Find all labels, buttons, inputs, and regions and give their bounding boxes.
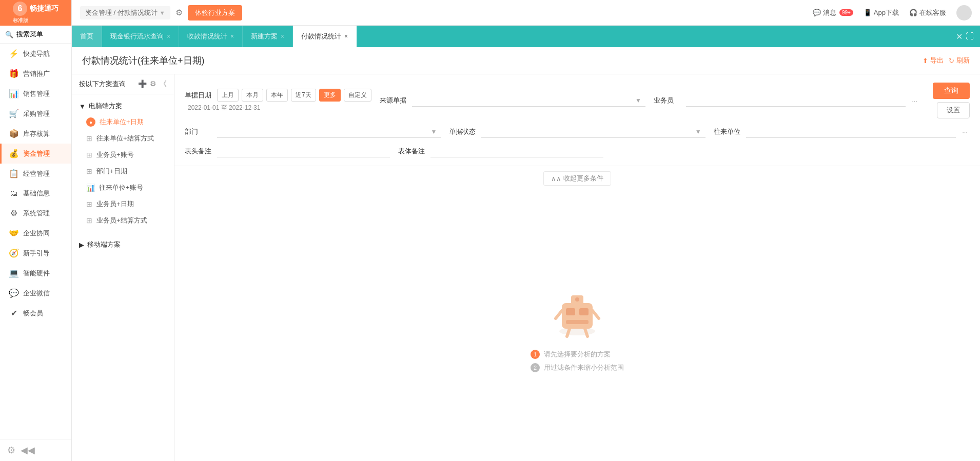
sidebar-item-inventory[interactable]: 📦 库存核算 <box>0 124 71 144</box>
empty-state: 1 请先选择要分析的方案 2 用过滤条件来缩小分析范围 <box>174 191 980 461</box>
scheme-item-staff-account[interactable]: ⊞ 业务员+账号 <box>72 147 174 163</box>
empty-illustration <box>546 280 608 342</box>
tab-home[interactable]: 首页 <box>72 26 102 47</box>
mobile-group-arrow: ▶ <box>79 241 84 249</box>
date-btn-custom[interactable]: 自定义 <box>344 89 371 102</box>
header-gear-icon[interactable]: ⚙ <box>175 8 183 17</box>
collapse-btn[interactable]: ∧∧ 收起更多条件 <box>543 171 611 186</box>
empty-tip-1: 1 请先选择要分析的方案 <box>531 350 624 359</box>
staff-input[interactable] <box>686 96 906 104</box>
sidebar-item-purchase[interactable]: 🛒 采购管理 <box>0 104 71 124</box>
base-icon: 🗂 <box>9 189 19 198</box>
sales-icon: 📊 <box>9 89 19 98</box>
sidebar-item-capital[interactable]: 💰 资金管理 <box>0 144 71 164</box>
header-note-input[interactable] <box>217 147 390 155</box>
sidebar-item-guide[interactable]: 🧭 新手引导 <box>0 243 71 263</box>
sidebar-item-wechat[interactable]: 💬 企业微信 <box>0 283 71 303</box>
app-download-label: App下载 <box>874 8 899 17</box>
filter-unit-item: 往来单位 ··· <box>714 126 970 138</box>
enterprise-icon: 🤝 <box>9 228 19 238</box>
source-label: 来源单据 <box>380 96 408 105</box>
scheme-item-unit-account[interactable]: 📊 往来单位+账号 <box>72 179 174 196</box>
scheme-item-unit-settle[interactable]: ⊞ 往来单位+结算方式 <box>72 130 174 147</box>
body-note-input[interactable] <box>430 147 603 155</box>
desktop-group-title[interactable]: ▼ 电脑端方案 <box>72 98 174 114</box>
sidebar-search[interactable]: 🔍 搜索菜单 <box>0 26 71 44</box>
filter-staff-item: 业务员 ··· <box>654 94 919 107</box>
date-btn-this-month[interactable]: 本月 <box>242 89 263 102</box>
date-btn-more[interactable]: 更多 <box>319 89 341 102</box>
sidebar-item-label: 智能硬件 <box>23 269 50 278</box>
date-btn-7days[interactable]: 近7天 <box>291 89 316 102</box>
unit-input[interactable] <box>746 128 956 135</box>
sidebar-item-vip[interactable]: ✔ 畅会员 <box>0 303 71 323</box>
tab-new-plan[interactable]: 新建方案 × <box>243 26 293 47</box>
filter-voucher-item: 单据状态 ▼ <box>449 126 705 138</box>
notification-icon: 💬 <box>813 9 821 16</box>
filter-body-note-item: 表体备注 <box>398 145 603 157</box>
scheme-item-staff-settle[interactable]: ⊞ 业务员+结算方式 <box>72 212 174 229</box>
sidebar-item-label: 企业微信 <box>23 289 50 298</box>
online-service-label: 在线客服 <box>919 8 946 17</box>
unit-ellipsis[interactable]: ··· <box>960 128 970 136</box>
date-btn-this-year[interactable]: 本年 <box>266 89 288 102</box>
sidebar-item-operation[interactable]: 📋 经营管理 <box>0 164 71 184</box>
system-icon: ⚙ <box>9 208 19 218</box>
export-btn[interactable]: ⬆ 导出 <box>923 56 944 65</box>
sidebar-item-enterprise[interactable]: 🤝 企业协同 <box>0 223 71 243</box>
sidebar-collapse-icon[interactable]: ◀◀ <box>21 445 35 456</box>
scheme-item-unit-date[interactable]: ● 往来单位+日期 <box>72 114 174 130</box>
tab-receipt-stats[interactable]: 收款情况统计 × <box>179 26 243 47</box>
tab-bank-flow-close[interactable]: × <box>167 33 170 40</box>
sidebar-item-system[interactable]: ⚙ 系统管理 <box>0 203 71 223</box>
trial-btn[interactable]: 体验行业方案 <box>188 5 242 21</box>
scheme-settings-icon[interactable]: ⚙ <box>150 79 156 89</box>
app-download-item[interactable]: 📱 App下载 <box>864 8 899 17</box>
source-select[interactable]: ▼ <box>412 95 645 107</box>
tip-text-2: 用过滤条件来缩小分析范围 <box>544 363 624 372</box>
scheme-add-icon[interactable]: ➕ <box>138 79 147 89</box>
sidebar-item-sales[interactable]: 📊 销售管理 <box>0 84 71 104</box>
staff-ellipsis[interactable]: ··· <box>910 97 919 105</box>
tab-close-all-icon[interactable]: ✕ <box>956 32 963 42</box>
filter-row-2: 部门 ▼ 单据状态 ▼ 往来单位 <box>185 126 970 138</box>
active-scheme-dot: ● <box>86 117 95 127</box>
notification-label: 消息 <box>823 8 836 17</box>
scheme-item-dept-date[interactable]: ⊞ 部门+日期 <box>72 163 174 179</box>
date-label: 单据日期 <box>185 91 213 100</box>
sidebar-item-quick-nav[interactable]: ⚡ 快捷导航 <box>0 44 71 64</box>
filter-dept-item: 部门 ▼ <box>185 126 441 138</box>
sidebar-item-marketing[interactable]: 🎁 营销推广 <box>0 64 71 84</box>
refresh-icon: ↻ <box>949 57 954 65</box>
online-service-item[interactable]: 🎧 在线客服 <box>909 8 946 17</box>
sidebar: 6 畅捷通巧 标准版 🔍 搜索菜单 ⚡ 快捷导航 🎁 营销推广 📊 销售管理 🛒… <box>0 0 72 461</box>
notification-item[interactable]: 💬 消息 99+ <box>813 8 853 17</box>
tab-bank-flow[interactable]: 现金银行流水查询 × <box>102 26 179 47</box>
scheme-item-staff-date[interactable]: ⊞ 业务员+日期 <box>72 196 174 212</box>
tab-payment-stats-close[interactable]: × <box>344 33 348 40</box>
scheme-collapse-icon[interactable]: 《 <box>160 79 167 89</box>
query-btn[interactable]: 查询 <box>933 83 970 99</box>
logo-icon: 6 <box>13 2 27 16</box>
avatar[interactable] <box>956 5 972 21</box>
sidebar-item-hardware[interactable]: 💻 智能硬件 <box>0 263 71 283</box>
svg-point-6 <box>575 297 579 302</box>
dept-select[interactable]: ▼ <box>217 126 441 138</box>
refresh-btn[interactable]: ↻ 刷新 <box>949 56 970 65</box>
notification-badge: 99+ <box>839 9 853 16</box>
sidebar-item-base[interactable]: 🗂 基础信息 <box>0 184 71 203</box>
dept-label: 部门 <box>185 127 213 136</box>
tab-maximize-icon[interactable]: ⛶ <box>966 32 974 41</box>
setting-btn[interactable]: 设置 <box>937 102 970 118</box>
export-icon: ⬆ <box>923 57 928 65</box>
body-note-label: 表体备注 <box>398 147 426 156</box>
voucher-select[interactable]: ▼ <box>481 126 705 138</box>
service-icon: 🎧 <box>909 9 917 16</box>
mobile-group-title[interactable]: ▶ 移动端方案 <box>72 237 174 252</box>
empty-tips: 1 请先选择要分析的方案 2 用过滤条件来缩小分析范围 <box>531 350 624 372</box>
date-btn-last-month[interactable]: 上月 <box>217 89 239 102</box>
tab-new-plan-close[interactable]: × <box>281 33 284 40</box>
tab-payment-stats[interactable]: 付款情况统计 × <box>293 26 357 47</box>
sidebar-settings-icon[interactable]: ⚙ <box>7 445 15 456</box>
tab-receipt-stats-close[interactable]: × <box>230 33 234 40</box>
